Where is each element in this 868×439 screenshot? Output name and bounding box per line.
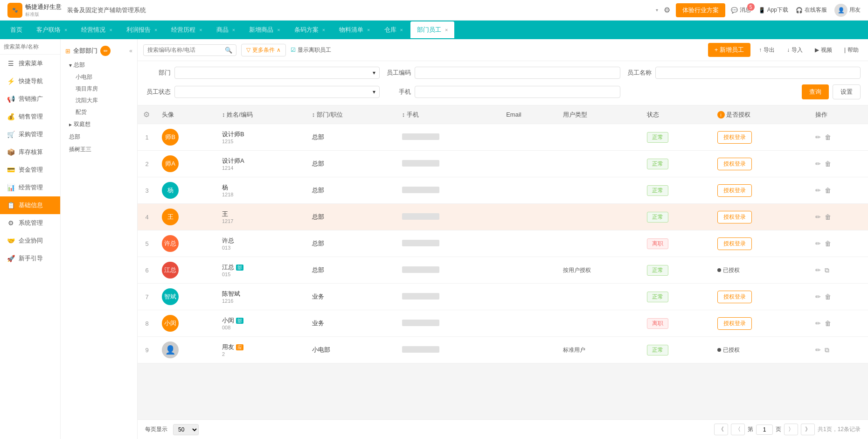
edit-icon[interactable]: ✏ — [815, 266, 821, 274]
export-button[interactable]: ↑ 导出 — [755, 44, 778, 56]
delete-icon[interactable]: 🗑 — [825, 240, 831, 247]
edit-icon[interactable]: ✏ — [815, 346, 821, 354]
edit-icon[interactable]: ✏ — [815, 240, 821, 247]
filter-dept-input[interactable]: ▾ — [174, 67, 380, 79]
tab-goods[interactable]: 商品 × — [210, 21, 242, 38]
reset-button[interactable]: 设置 — [833, 84, 861, 99]
row-auth[interactable]: 授权登录 — [712, 124, 810, 151]
import-button[interactable]: ↓ 导入 — [783, 44, 806, 56]
sidebar-item-marketing[interactable]: 📢 营销推广 — [0, 90, 60, 108]
tab-profit-close[interactable]: × — [154, 27, 157, 33]
last-page-button[interactable]: 》 — [801, 424, 815, 435]
sidebar-item-inventory[interactable]: 📦 库存核算 — [0, 143, 60, 161]
query-button[interactable]: 查询 — [802, 84, 829, 99]
filter-name-input[interactable] — [655, 67, 861, 79]
delete-icon[interactable]: 🗑 — [825, 213, 831, 221]
edit-icon[interactable]: ✏ — [815, 187, 821, 194]
sidebar-item-sales[interactable]: 💰 销售管理 — [0, 108, 60, 125]
tab-barcode[interactable]: 条码方案 × — [288, 21, 332, 38]
col-phone[interactable]: ↕ 手机 — [396, 105, 501, 124]
tab-bom-close[interactable]: × — [367, 27, 370, 33]
tab-customer[interactable]: 客户联络 × — [30, 21, 74, 38]
sidebar-item-quick[interactable]: ⚡ 快捷导航 — [0, 72, 60, 90]
row-auth[interactable]: 授权登录 — [712, 151, 810, 177]
filter-status-input[interactable]: ▾ — [174, 86, 380, 98]
more-filter-button[interactable]: ▽ 更多条件 ∧ — [241, 44, 286, 56]
delete-icon[interactable]: 🗑 — [825, 133, 831, 141]
next-page-button[interactable]: 〉 — [784, 424, 798, 435]
col-settings[interactable]: ⚙ — [138, 105, 156, 124]
add-employee-button[interactable]: + 新增员工 — [708, 43, 750, 57]
tab-history-close[interactable]: × — [199, 27, 202, 33]
dept-item-shenyang[interactable]: 沈阳大库 — [74, 95, 137, 106]
tab-add-goods-close[interactable]: × — [277, 27, 280, 33]
sidebar-item-purchase[interactable]: 🛒 采购管理 — [0, 125, 60, 143]
dept-node-double[interactable]: ▸ 双庭想 — [61, 118, 137, 131]
tab-bom[interactable]: 物料清单 × — [333, 21, 376, 38]
delete-icon[interactable]: 🗑 — [825, 187, 831, 194]
system-dropdown-icon[interactable]: ▾ — [656, 7, 658, 13]
tab-operation-close[interactable]: × — [109, 27, 112, 33]
sidebar-item-management[interactable]: 📊 经营管理 — [0, 179, 60, 196]
delete-icon[interactable]: 🗑 — [825, 320, 831, 327]
tab-goods-close[interactable]: × — [232, 27, 235, 33]
row-auth[interactable]: 授权登录 — [712, 230, 810, 257]
row-auth[interactable]: 授权登录 — [712, 177, 810, 204]
dept-item-project[interactable]: 项目库房 — [74, 83, 137, 95]
sidebar-item-system[interactable]: ⚙ 系统管理 — [0, 214, 60, 232]
tab-history[interactable]: 经营历程 × — [165, 21, 208, 38]
col-dept[interactable]: ↕ 部门/职位 — [306, 105, 396, 124]
settings-icon[interactable]: ⚙ — [664, 6, 670, 14]
edit-icon[interactable]: ✏ — [815, 133, 821, 141]
dept-node-root[interactable]: ▾ 总部 — [61, 59, 137, 71]
edit-icon[interactable]: ✏ — [815, 293, 821, 300]
sidebar-item-guide[interactable]: 🚀 新手引导 — [0, 250, 60, 267]
tab-barcode-close[interactable]: × — [322, 27, 325, 33]
delete-icon[interactable]: 🗑 — [825, 160, 831, 167]
show-resigned-checkbox[interactable]: ☑ 显示离职员工 — [291, 46, 331, 54]
sidebar-item-basic[interactable]: 📋 基础信息 — [0, 196, 60, 214]
tab-add-goods[interactable]: 新增商品 × — [243, 21, 286, 38]
tab-employee[interactable]: 部门员工 × — [410, 21, 454, 38]
edit-icon[interactable]: ✏ — [815, 320, 821, 327]
dept-item-electronics[interactable]: 小电部 — [74, 71, 137, 83]
sidebar-item-collab[interactable]: 🤝 企业协同 — [0, 232, 60, 250]
app-download-button[interactable]: 📱 App下载 — [758, 6, 788, 14]
page-size-select[interactable]: 50 100 — [173, 424, 199, 435]
trial-button[interactable]: 体验行业方案 — [676, 3, 725, 17]
video-button[interactable]: ▶ 视频 — [811, 44, 836, 56]
edit-icon[interactable]: ✏ — [815, 213, 821, 221]
sidebar-item-finance[interactable]: 💳 资金管理 — [0, 161, 60, 179]
tab-operation[interactable]: 经营情况 × — [75, 21, 118, 38]
tab-customer-close[interactable]: × — [64, 27, 67, 33]
row-auth[interactable]: 授权登录 — [712, 310, 810, 337]
dept-node-tree[interactable]: 插树王三 — [61, 143, 137, 156]
tab-employee-close[interactable]: × — [445, 27, 448, 33]
prev-page-button[interactable]: 〈 — [731, 424, 745, 435]
online-service-button[interactable]: 🎧 在线客服 — [796, 6, 827, 14]
dept-item-distribution[interactable]: 配货 — [74, 106, 137, 118]
tab-home[interactable]: 首页 — [4, 21, 29, 38]
dept-edit-button[interactable]: ✏ — [100, 46, 111, 56]
edit-icon[interactable]: ✏ — [815, 160, 821, 167]
delete-icon[interactable]: 🗑 — [825, 293, 831, 300]
dept-node-hq[interactable]: 总部 — [61, 131, 137, 143]
search-icon-toolbar[interactable]: 🔍 — [225, 47, 232, 54]
dept-collapse-icon[interactable]: « — [129, 48, 132, 54]
first-page-button[interactable]: 《 — [714, 424, 728, 435]
search-input[interactable] — [147, 47, 222, 53]
user-menu[interactable]: 👤 用友 — [834, 4, 861, 17]
current-page-input[interactable] — [756, 425, 773, 435]
tab-warehouse[interactable]: 仓库 × — [378, 21, 410, 38]
copy-icon[interactable]: ⧉ — [825, 346, 829, 354]
row-auth[interactable]: 授权登录 — [712, 284, 810, 310]
tab-warehouse-close[interactable]: × — [400, 27, 403, 33]
row-auth[interactable]: 授权登录 — [712, 204, 810, 230]
help-button[interactable]: | 帮助 — [840, 44, 862, 56]
col-name[interactable]: ↕ 姓名/编码 — [216, 105, 306, 124]
filter-phone-input[interactable] — [415, 86, 620, 98]
filter-code-input[interactable] — [415, 67, 620, 79]
tab-profit[interactable]: 利润报告 × — [120, 21, 164, 38]
copy-icon[interactable]: ⧉ — [825, 266, 829, 274]
message-button[interactable]: 💬 消息 5 — [731, 6, 751, 14]
